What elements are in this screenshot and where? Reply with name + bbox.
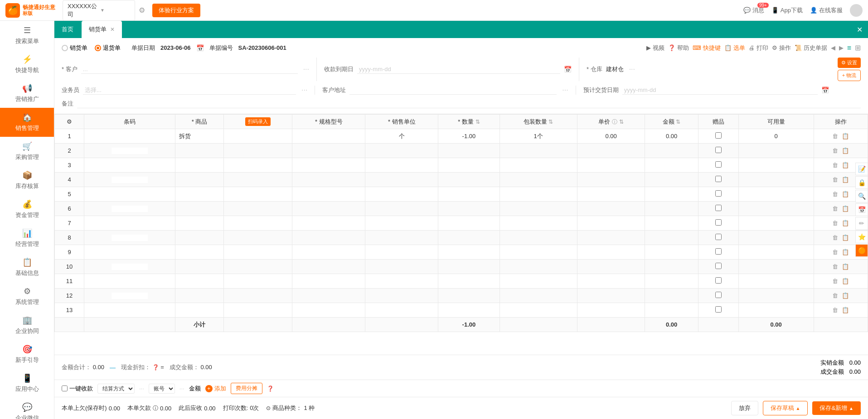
copy-row-icon[interactable]: 📋: [842, 249, 849, 255]
radio-sales[interactable]: 销货单: [62, 44, 87, 52]
sidebar-item-marketing[interactable]: 📢 营销推广: [0, 79, 54, 108]
print-button[interactable]: 🖨 打印: [749, 44, 768, 52]
settings-right-button[interactable]: ⚙ 设置: [838, 58, 861, 68]
warehouse-dots-icon[interactable]: ···: [629, 65, 635, 73]
sidebar-item-corp-wechat[interactable]: 💬 企业微信: [0, 398, 54, 419]
delete-row-icon[interactable]: 🗑: [832, 147, 838, 154]
help-button[interactable]: ❓ 帮助: [668, 44, 689, 52]
app-download-button[interactable]: 📱 App下载: [771, 6, 803, 14]
row-spec[interactable]: [292, 173, 365, 187]
row-price[interactable]: 0.00: [577, 129, 645, 144]
discard-button[interactable]: 放弃: [731, 401, 758, 415]
row-spec[interactable]: [292, 289, 365, 303]
row-gift[interactable]: [698, 187, 738, 202]
row-spec[interactable]: [292, 158, 365, 173]
avatar[interactable]: [850, 4, 863, 17]
copy-row-icon[interactable]: 📋: [842, 162, 849, 169]
row-product[interactable]: [175, 260, 224, 274]
row-price[interactable]: [577, 289, 645, 303]
history-button[interactable]: 📜 历史单据: [795, 44, 827, 52]
view-icon-list[interactable]: ≡: [847, 44, 851, 52]
addr-dots-icon[interactable]: ···: [562, 86, 568, 94]
company-selector[interactable]: XXXXXX公司 ▼: [63, 0, 135, 21]
row-qty[interactable]: [438, 245, 499, 260]
customer-dots-icon[interactable]: ···: [303, 65, 309, 73]
row-barcode[interactable]: [84, 144, 175, 158]
delete-row-icon[interactable]: 🗑: [832, 307, 838, 313]
row-spec[interactable]: [292, 144, 365, 158]
delete-row-icon[interactable]: 🗑: [832, 234, 838, 241]
sidebar-item-enterprise[interactable]: 🏢 企业协同: [0, 311, 54, 340]
sidebar-item-app-center[interactable]: 📱 应用中心: [0, 369, 54, 398]
row-spec[interactable]: [292, 274, 365, 289]
row-product[interactable]: [175, 158, 224, 173]
due-date-input[interactable]: [357, 65, 560, 74]
sidebar-item-quick-nav[interactable]: ⚡ 快捷导航: [0, 50, 54, 79]
payment-account-select[interactable]: 账号: [149, 384, 175, 394]
copy-row-icon[interactable]: 📋: [842, 176, 849, 183]
delete-row-icon[interactable]: 🗑: [832, 278, 838, 284]
side-icon-4[interactable]: 📅: [855, 203, 868, 216]
row-barcode[interactable]: [84, 173, 175, 187]
expected-date-calendar-icon[interactable]: 📅: [821, 87, 829, 94]
row-gift[interactable]: [698, 260, 738, 274]
row-gift[interactable]: [698, 144, 738, 158]
copy-row-icon[interactable]: 📋: [842, 133, 849, 140]
row-qty[interactable]: [438, 187, 499, 202]
delete-row-icon[interactable]: 🗑: [832, 263, 838, 270]
save-new-button[interactable]: 保存&新增 ▲: [812, 401, 861, 415]
copy-row-icon[interactable]: 📋: [842, 220, 849, 226]
row-gift[interactable]: [698, 129, 738, 144]
delete-row-icon[interactable]: 🗑: [832, 162, 838, 169]
scan-button[interactable]: 扫码录入: [245, 117, 271, 126]
customer-addr-input[interactable]: [349, 86, 557, 95]
expense-info-icon[interactable]: ❓: [267, 385, 274, 392]
row-product[interactable]: [175, 173, 224, 187]
delete-row-icon[interactable]: 🗑: [832, 133, 838, 140]
select-order-button[interactable]: 📋 选单: [724, 44, 745, 52]
row-qty[interactable]: [438, 144, 499, 158]
row-product[interactable]: [175, 245, 224, 260]
row-qty[interactable]: [438, 260, 499, 274]
staff-dots-icon[interactable]: ···: [301, 86, 307, 94]
row-barcode[interactable]: [84, 202, 175, 216]
notes-input[interactable]: [77, 99, 861, 108]
expected-date-input[interactable]: [622, 86, 818, 95]
shortcut-button[interactable]: ⌨ 快捷键: [693, 44, 721, 52]
copy-row-icon[interactable]: 📋: [842, 307, 849, 313]
row-price[interactable]: [577, 303, 645, 318]
row-qty[interactable]: [438, 274, 499, 289]
tab-sales-order[interactable]: 销货单 ✕: [82, 21, 122, 38]
row-spec[interactable]: [292, 187, 365, 202]
customer-input[interactable]: [81, 65, 298, 74]
add-payment-button[interactable]: + 添加: [205, 385, 226, 393]
copy-row-icon[interactable]: 📋: [842, 263, 849, 270]
row-price[interactable]: [577, 202, 645, 216]
price-info-icon[interactable]: ⓘ: [612, 119, 617, 125]
operate-button[interactable]: ⚙ 操作: [772, 44, 791, 52]
row-price[interactable]: [577, 158, 645, 173]
sidebar-item-system-mgmt[interactable]: ⚙ 系统管理: [0, 282, 54, 311]
copy-row-icon[interactable]: 📋: [842, 147, 849, 154]
row-gift[interactable]: [698, 274, 738, 289]
delete-row-icon[interactable]: 🗑: [832, 220, 838, 226]
row-qty[interactable]: [438, 303, 499, 318]
copy-row-icon[interactable]: 📋: [842, 234, 849, 241]
sidebar-item-basic-info[interactable]: 📋 基础信息: [0, 253, 54, 282]
delete-row-icon[interactable]: 🗑: [832, 176, 838, 183]
row-price[interactable]: [577, 216, 645, 231]
side-icon-7[interactable]: 🟠: [855, 244, 868, 257]
payment-checkbox-input[interactable]: [62, 385, 68, 391]
row-spec[interactable]: [292, 260, 365, 274]
row-barcode[interactable]: [84, 245, 175, 260]
delete-row-icon[interactable]: 🗑: [832, 191, 838, 197]
row-qty[interactable]: [438, 158, 499, 173]
copy-row-icon[interactable]: 📋: [842, 292, 849, 299]
row-gift[interactable]: [698, 303, 738, 318]
row-price[interactable]: [577, 274, 645, 289]
row-barcode[interactable]: [84, 260, 175, 274]
side-icon-1[interactable]: 📝: [855, 163, 868, 175]
row-barcode[interactable]: [84, 216, 175, 231]
logistics-button[interactable]: + 物流: [838, 70, 861, 81]
radio-return[interactable]: 退货单: [95, 44, 121, 52]
